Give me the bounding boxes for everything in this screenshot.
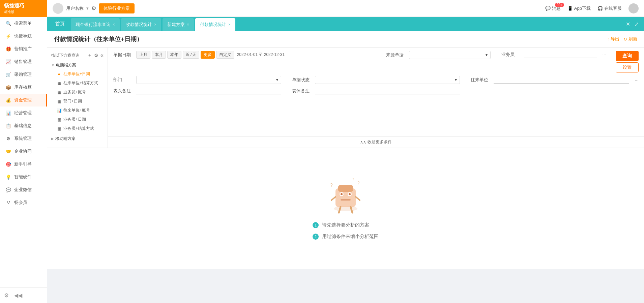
date-opt-thismonth[interactable]: 本月 xyxy=(152,51,166,59)
refresh-btn[interactable]: ↻ 刷新 xyxy=(623,36,637,42)
sidebar-item-system[interactable]: ⚙系统管理 xyxy=(0,132,47,145)
date-opt-thisyear[interactable]: 本年 xyxy=(167,51,181,59)
scheme-item-salesman-settle[interactable]: ▦ 业务员+结算方式 xyxy=(47,124,108,133)
scheme-settings-icon[interactable]: ⚙ xyxy=(94,53,98,58)
app-download-label: App下载 xyxy=(574,5,591,11)
sidebar-item-inventory[interactable]: 📦库存核算 xyxy=(0,81,47,94)
scheme-item-partner-account[interactable]: 📊 往来单位+账号 xyxy=(47,106,108,115)
mobile-arrow-icon: ▶ xyxy=(51,137,54,141)
date-opt-custom[interactable]: 自定义 xyxy=(216,51,234,59)
svg-rect-2 xyxy=(338,185,353,192)
sidebar-item-basic-info[interactable]: 📋基础信息 xyxy=(0,119,47,132)
tab-receipt-stat-close[interactable]: × xyxy=(154,22,156,27)
sidebar-item-smart-hw[interactable]: 💡智能硬件 xyxy=(0,171,47,183)
partner-filter-item: 往来单位 ··· xyxy=(471,77,639,84)
empty-hints: 1 请先选择要分析的方案 2 用过滤条件来缩小分析范围 xyxy=(313,222,379,242)
sidebar-item-quick-nav[interactable]: ⚡快捷导航 xyxy=(0,30,47,42)
scheme-item-dept-date[interactable]: ▦ 部门+日期 xyxy=(47,97,108,106)
scheme-desktop-title[interactable]: ▼ 电脑端方案 xyxy=(47,61,108,69)
scheme-item-label: 业务员+结算方式 xyxy=(63,126,94,131)
sidebar-footer: ⚙ ◀◀ xyxy=(0,287,47,303)
scheme-icon-4: ▦ xyxy=(57,99,61,104)
sidebar-item-guide[interactable]: 🎯新手引导 xyxy=(0,158,47,171)
messages-action[interactable]: 💬 消息 99+ xyxy=(545,5,561,11)
refresh-icon: ↻ xyxy=(623,37,627,42)
window-close-icon[interactable]: ✕ xyxy=(626,21,630,27)
tab-new-scheme[interactable]: 新建方案 × xyxy=(163,18,194,31)
export-btn[interactable]: ↑ 导出 xyxy=(607,36,620,42)
source-select-arrow: ▾ xyxy=(486,53,488,57)
page-content: 付款情况统计（往来单位+日期） ↑ 导出 ↻ 刷新 按以下方案查询 ＋ xyxy=(47,31,644,303)
app-download-action[interactable]: 📱 App下载 xyxy=(567,5,591,11)
date-opt-7days[interactable]: 近7天 xyxy=(183,51,199,59)
sidebar-item-marketing[interactable]: 🎁营销推广 xyxy=(0,42,47,55)
hint-text-1: 请先选择要分析的方案 xyxy=(322,222,369,228)
body-note-input[interactable] xyxy=(315,87,460,94)
tab-bank-flow[interactable]: 现金银行流水查询 × xyxy=(71,18,120,31)
tab-payment-stat[interactable]: 付款情况统计 × xyxy=(195,18,235,31)
sidebar-item-operation[interactable]: 📊经营管理 xyxy=(0,107,47,119)
salesman-input[interactable] xyxy=(524,51,597,58)
trial-btn[interactable]: 体验行业方案 xyxy=(99,3,135,13)
header-note-input[interactable] xyxy=(136,87,281,94)
docstatus-select[interactable]: ▾ xyxy=(315,76,460,84)
sidebar-item-vip[interactable]: V畅会员 xyxy=(0,196,47,209)
filter-right: 单据日期 上月 本月 本年 近7天 更多 自定义 2022-01-01 至 20… xyxy=(108,48,644,148)
scheme-item-label: 部门+日期 xyxy=(63,98,82,104)
partner-dots[interactable]: ··· xyxy=(635,77,639,83)
query-btn[interactable]: 查询 xyxy=(616,51,639,61)
footer-settings-icon[interactable]: ⚙ xyxy=(4,292,9,299)
online-service-action[interactable]: 🎧 在线客服 xyxy=(597,5,622,11)
scheme-item-salesman-date[interactable]: ▦ 业务员+日期 xyxy=(47,115,108,124)
top-header: 用户名称 ▾ ⚙ 体验行业方案 💬 消息 99+ 📱 App下载 🎧 在线客服 xyxy=(47,0,644,17)
sidebar-icon-quick-nav: ⚡ xyxy=(5,33,11,39)
sidebar-item-search-menu[interactable]: 🔍搜索菜单 xyxy=(0,17,47,30)
settings-btn[interactable]: 设置 xyxy=(616,62,639,72)
scheme-mobile-title[interactable]: ▶ 移动端方案 xyxy=(47,134,108,143)
scheme-item-label: 往来单位+结算方式 xyxy=(63,80,98,86)
sidebar-item-sales[interactable]: 📈销售管理 xyxy=(0,55,47,68)
svg-point-6 xyxy=(349,193,351,195)
tab-home[interactable]: 首页 xyxy=(50,17,70,31)
hint-num-1: 1 xyxy=(313,222,319,228)
svg-line-9 xyxy=(356,197,360,200)
scheme-item-partner-date[interactable]: ● 往来单位+日期 xyxy=(47,69,108,79)
docstatus-filter-item: 单据状态 ▾ xyxy=(292,76,460,84)
tab-bank-flow-close[interactable]: × xyxy=(113,22,115,27)
svg-text:?: ? xyxy=(330,182,333,188)
sidebar-item-wechat[interactable]: 💬企业微信 xyxy=(0,183,47,196)
app-icon: 📱 xyxy=(567,6,573,11)
sidebar-icon-sales: 📈 xyxy=(5,59,11,65)
dept-select[interactable]: ▾ xyxy=(136,76,281,84)
sidebar-item-capital[interactable]: 💰资金管理 xyxy=(0,94,47,107)
sidebar-item-label-vip: 畅会员 xyxy=(14,200,27,206)
sidebar-icon-system: ⚙ xyxy=(5,135,11,142)
scheme-add-icon[interactable]: ＋ xyxy=(87,52,92,58)
date-opt-more[interactable]: 更多 xyxy=(201,51,215,59)
footer-collapse-icon[interactable]: ◀◀ xyxy=(14,292,22,299)
scheme-collapse-icon[interactable]: « xyxy=(100,52,104,58)
sidebar-logo: 畅捷通巧 标准版 xyxy=(0,0,47,17)
salesman-dots[interactable]: ··· xyxy=(602,52,606,57)
sidebar-item-label-operation: 经营管理 xyxy=(14,110,32,116)
header-dropdown-icon[interactable]: ▾ xyxy=(86,6,89,11)
date-opt-lastmonth[interactable]: 上月 xyxy=(136,51,150,59)
tab-new-scheme-close[interactable]: × xyxy=(187,22,189,27)
scheme-item-salesman-account[interactable]: ▦ 业务员+账号 xyxy=(47,88,108,97)
tab-payment-stat-close[interactable]: × xyxy=(228,22,231,27)
user-avatar[interactable] xyxy=(628,3,639,13)
tab-bank-flow-label: 现金银行流水查询 xyxy=(76,22,111,28)
sidebar-item-enterprise[interactable]: 🤝企业协同 xyxy=(0,145,47,158)
partner-input[interactable] xyxy=(494,77,629,84)
page-actions: ↑ 导出 ↻ 刷新 xyxy=(607,36,638,42)
header-settings-icon[interactable]: ⚙ xyxy=(91,5,96,11)
desktop-arrow-icon: ▼ xyxy=(51,63,55,67)
window-maximize-icon[interactable]: ⤢ xyxy=(634,21,639,27)
collapse-btn[interactable]: ∧∧ 收起更多条件 xyxy=(108,136,644,148)
sidebar-item-purchase[interactable]: 🛒采购管理 xyxy=(0,68,47,81)
tab-receipt-stat[interactable]: 收款情况统计 × xyxy=(121,18,161,31)
empty-illustration: ? ? ? xyxy=(325,175,366,215)
scheme-item-partner-settle[interactable]: ▦ 往来单位+结算方式 xyxy=(47,79,108,88)
sidebar-icon-marketing: 🎁 xyxy=(5,46,11,52)
source-select[interactable]: ▾ xyxy=(409,51,491,59)
